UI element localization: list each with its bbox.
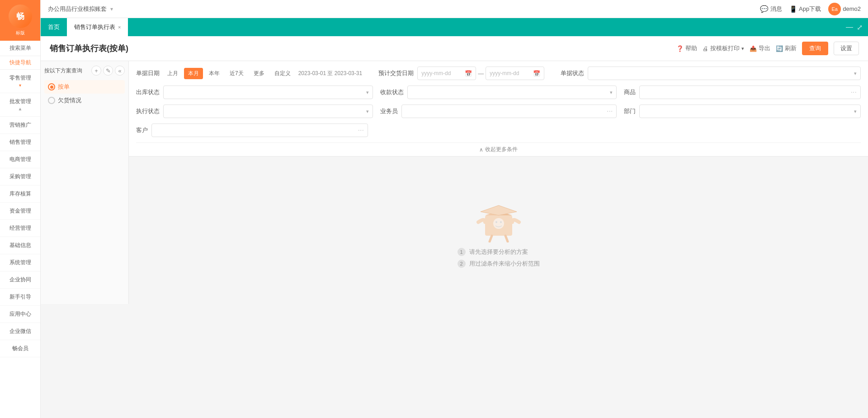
empty-tip-2: 2 用过滤条件来缩小分析范围 bbox=[458, 260, 540, 268]
refresh-label: 刷新 bbox=[785, 44, 797, 52]
svg-line-7 bbox=[490, 236, 492, 242]
department-chevron-icon: ▾ bbox=[854, 109, 857, 114]
salesperson-input[interactable]: ··· bbox=[401, 104, 617, 118]
tab-minimize-btn[interactable]: — bbox=[846, 23, 853, 31]
refresh-btn[interactable]: 🔄 刷新 bbox=[776, 44, 797, 52]
date-tab-last-month[interactable]: 上月 bbox=[163, 68, 182, 79]
page-header: 销售订单执行表(按单) ❓ 帮助 🖨 按模板打印 ▾ 📤 导出 🔄 刷新 bbox=[41, 36, 868, 61]
sidebar-item-sales-mgmt[interactable]: 销售管理 bbox=[0, 134, 40, 151]
receipt-status-field: 收款状态 ▾ bbox=[380, 86, 617, 99]
date-placeholder-end: yyyy-mm-dd bbox=[490, 70, 519, 76]
sidebar-item-purchase-mgmt[interactable]: 采购管理 bbox=[0, 168, 40, 185]
sidebar-item-label: 电商管理 bbox=[3, 156, 38, 163]
sidebar-item-inventory[interactable]: 库存核算 bbox=[0, 185, 40, 203]
receipt-status-select[interactable]: ▾ bbox=[407, 86, 617, 99]
customer-label: 客户 bbox=[136, 126, 148, 134]
svg-line-8 bbox=[505, 236, 508, 242]
query-button[interactable]: 查询 bbox=[802, 42, 828, 55]
sidebar-item-marketing[interactable]: 营销推广 bbox=[0, 117, 40, 134]
product-input[interactable]: ··· bbox=[639, 86, 861, 99]
print-btn[interactable]: 🖨 按模板打印 ▾ bbox=[703, 44, 744, 52]
salesperson-more-icon[interactable]: ··· bbox=[607, 107, 613, 115]
date-tab-this-year[interactable]: 本年 bbox=[205, 68, 224, 79]
sidebar-logo[interactable]: 畅 标版 bbox=[0, 0, 40, 41]
scheme-header-label: 按以下方案查询 bbox=[44, 67, 82, 75]
tab-sales-order[interactable]: 销售订单执行表 × bbox=[67, 18, 128, 36]
user-name: demo2 bbox=[843, 5, 861, 12]
sidebar-item-operations[interactable]: 经营管理 bbox=[0, 220, 40, 237]
scheme-item-radio-icon2 bbox=[48, 97, 55, 104]
scheme-edit-btn[interactable]: ✎ bbox=[103, 66, 113, 76]
execution-status-select[interactable]: ▾ bbox=[163, 104, 373, 118]
expected-delivery-field: 预计交货日期 yyyy-mm-dd 📅 — yyyy-mm-dd 📅 bbox=[378, 66, 544, 80]
date-tab-this-month[interactable]: 本月 bbox=[184, 68, 203, 79]
logo-icon: 畅 bbox=[9, 5, 32, 28]
sidebar-item-app-center[interactable]: 应用中心 bbox=[0, 306, 40, 323]
title-dropdown-icon[interactable]: ▾ bbox=[110, 6, 113, 12]
calendar-icon-end[interactable]: 📅 bbox=[533, 70, 540, 77]
sidebar-item-wholesale-mgmt[interactable]: 批发管理 ▲ bbox=[0, 93, 40, 117]
sidebar-item-new-guide[interactable]: 新手引导 bbox=[0, 289, 40, 306]
tab-home[interactable]: 首页 bbox=[41, 18, 67, 36]
customer-input[interactable]: ··· bbox=[151, 124, 368, 137]
tip-num-2: 2 bbox=[458, 260, 466, 268]
date-tab-custom[interactable]: 自定义 bbox=[270, 68, 295, 79]
scheme-item-shortage[interactable]: 欠货情况 bbox=[44, 94, 125, 107]
product-more-icon[interactable]: ··· bbox=[851, 88, 857, 96]
app-download-btn[interactable]: 📱 App下载 bbox=[789, 5, 821, 13]
sidebar-item-enterprise[interactable]: 企业协同 bbox=[0, 271, 40, 289]
scheme-item-single[interactable]: 按单 bbox=[44, 80, 125, 94]
help-btn[interactable]: ❓ 帮助 bbox=[676, 44, 697, 52]
scheme-header-actions: + ✎ « bbox=[91, 66, 125, 76]
main-area: 办公用品行业模拟账套 ▾ 💬 消息 📱 App下载 Ea demo2 首页 bbox=[41, 0, 868, 418]
sidebar-item-retail-mgmt[interactable]: 零售管理 ▾ bbox=[0, 70, 40, 93]
scheme-add-btn[interactable]: + bbox=[91, 66, 101, 76]
customer-more-icon[interactable]: ··· bbox=[358, 126, 364, 134]
filter-section: 单据日期 上月 本月 本年 近7天 更多 自定义 2023-03-01 至 20… bbox=[129, 61, 868, 157]
settings-button[interactable]: 设置 bbox=[834, 42, 859, 55]
user-info[interactable]: Ea demo2 bbox=[828, 3, 861, 15]
sidebar-item-basic-info[interactable]: 基础信息 bbox=[0, 237, 40, 254]
empty-illustration bbox=[472, 193, 526, 242]
expected-delivery-end[interactable]: yyyy-mm-dd 📅 bbox=[486, 66, 544, 80]
tab-close-btn[interactable]: × bbox=[118, 24, 121, 30]
empty-state: 1 请先选择要分析的方案 2 用过滤条件来缩小分析范围 bbox=[129, 157, 868, 304]
sidebar-item-ecommerce[interactable]: 电商管理 bbox=[0, 151, 40, 168]
export-icon: 📤 bbox=[750, 45, 757, 52]
sidebar-item-label: 应用中心 bbox=[3, 310, 38, 318]
sidebar-item-label: 企业协同 bbox=[3, 276, 38, 284]
sidebar-item-system[interactable]: 系统管理 bbox=[0, 254, 40, 271]
delivery-status-chevron-icon: ▾ bbox=[366, 90, 369, 95]
sidebar-item-member[interactable]: 畅会员 bbox=[0, 340, 40, 357]
collapse-filters-btn[interactable]: ∧ 收起更多条件 bbox=[136, 142, 861, 156]
svg-marker-3 bbox=[481, 205, 517, 215]
tab-maximize-btn[interactable]: ⤢ bbox=[857, 23, 863, 32]
department-field: 部门 ▾ bbox=[624, 104, 861, 118]
doc-status-select[interactable]: ▾ bbox=[588, 66, 861, 80]
expand-icon: ▾ bbox=[19, 83, 21, 88]
sidebar-item-enterprise-wechat[interactable]: 企业微信 bbox=[0, 323, 40, 340]
department-select[interactable]: ▾ bbox=[639, 104, 861, 118]
filter-row-4: 客户 ··· bbox=[136, 124, 861, 137]
sidebar-item-label: 采购管理 bbox=[3, 173, 38, 180]
scheme-collapse-btn[interactable]: « bbox=[115, 66, 125, 76]
delivery-status-select[interactable]: ▾ bbox=[163, 86, 373, 99]
expected-delivery-start[interactable]: yyyy-mm-dd 📅 bbox=[417, 66, 476, 80]
empty-tip-1-text: 请先选择要分析的方案 bbox=[469, 248, 528, 256]
product-field: 商品 ··· bbox=[624, 86, 861, 99]
print-dropdown-icon: ▾ bbox=[741, 46, 744, 52]
date-tab-more[interactable]: 更多 bbox=[250, 68, 269, 79]
empty-tips: 1 请先选择要分析的方案 2 用过滤条件来缩小分析范围 bbox=[458, 248, 540, 268]
svg-point-5 bbox=[495, 221, 497, 223]
calendar-icon-start[interactable]: 📅 bbox=[465, 70, 472, 77]
date-tab-7days[interactable]: 近7天 bbox=[226, 68, 248, 79]
message-btn[interactable]: 💬 消息 bbox=[760, 5, 782, 13]
filter-row-2: 出库状态 ▾ 收款状态 ▾ bbox=[136, 86, 861, 99]
sidebar-item-search[interactable]: 搜索菜单 bbox=[0, 41, 40, 56]
export-btn[interactable]: 📤 导出 bbox=[750, 44, 770, 52]
sidebar-item-label: 畅会员 bbox=[3, 345, 38, 352]
sidebar-item-finance[interactable]: 资金管理 bbox=[0, 203, 40, 220]
sidebar-item-label: 批发管理 bbox=[3, 98, 38, 105]
refresh-icon: 🔄 bbox=[776, 45, 783, 52]
sidebar-item-quick-nav[interactable]: 快捷导航 bbox=[0, 56, 40, 70]
